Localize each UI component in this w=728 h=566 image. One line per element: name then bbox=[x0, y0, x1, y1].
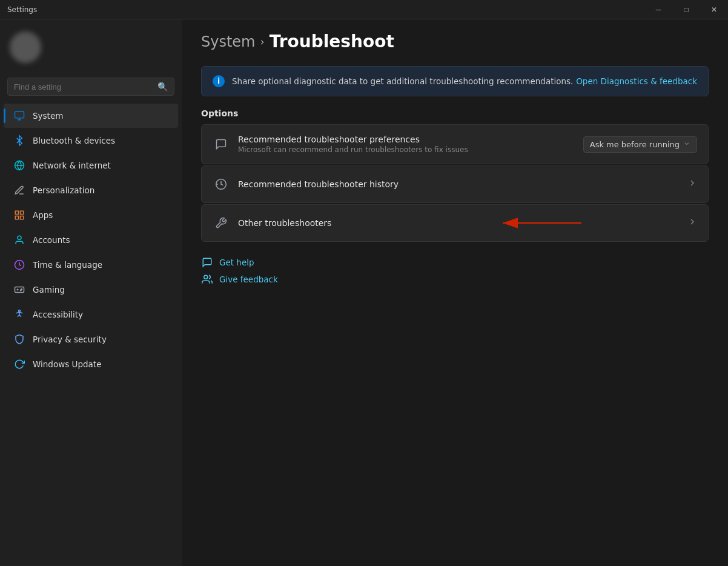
give-feedback-label: Give feedback bbox=[219, 275, 278, 284]
svg-rect-0 bbox=[15, 112, 24, 118]
get-help-icon bbox=[201, 256, 213, 268]
breadcrumb-current: Troubleshoot bbox=[270, 32, 394, 52]
sidebar-item-accounts[interactable]: Accounts bbox=[4, 228, 178, 252]
option-item-other-troubleshooters[interactable]: Other troubleshooters bbox=[201, 204, 709, 242]
option-left: Recommended troubleshooter preferencesMi… bbox=[213, 135, 468, 154]
svg-point-9 bbox=[18, 236, 21, 239]
search-input[interactable] bbox=[14, 82, 157, 92]
titlebar: Settings ─ □ ✕ bbox=[0, 0, 728, 19]
option-text-group: Recommended troubleshooter preferencesMi… bbox=[238, 135, 468, 154]
recommended-prefs-subtitle: Microsoft can recommend and run troubles… bbox=[238, 145, 468, 154]
apps-icon bbox=[13, 209, 25, 221]
svg-point-17 bbox=[204, 275, 208, 279]
bluetooth-icon bbox=[13, 135, 25, 147]
sidebar-label-apps: Apps bbox=[33, 210, 53, 220]
recommended-prefs-dropdown[interactable]: Ask me before running bbox=[583, 136, 697, 153]
avatar bbox=[10, 32, 41, 63]
accessibility-icon bbox=[13, 308, 25, 321]
sidebar-label-network: Network & internet bbox=[33, 161, 111, 170]
personalization-icon bbox=[13, 184, 25, 196]
give-feedback-icon bbox=[201, 273, 213, 285]
app-container: 🔍 SystemBluetooth & devicesNetwork & int… bbox=[0, 19, 728, 566]
titlebar-title: Settings bbox=[7, 5, 37, 14]
option-left: Recommended troubleshooter history bbox=[213, 176, 399, 193]
svg-rect-11 bbox=[15, 287, 24, 293]
sidebar-nav: SystemBluetooth & devicesNetwork & inter… bbox=[0, 101, 182, 566]
sidebar-label-windows_update: Windows Update bbox=[33, 359, 101, 369]
recommended-history-title: Recommended troubleshooter history bbox=[238, 179, 399, 189]
windows_update-icon bbox=[13, 358, 25, 370]
get-help-label: Get help bbox=[219, 258, 254, 267]
sidebar-item-network[interactable]: Network & internet bbox=[4, 153, 178, 178]
time-icon bbox=[13, 259, 25, 271]
sidebar-item-personalization[interactable]: Personalization bbox=[4, 178, 178, 202]
other-troubleshooters-title: Other troubleshooters bbox=[238, 218, 331, 228]
recommended-history-icon bbox=[213, 176, 230, 193]
sidebar-item-windows_update[interactable]: Windows Update bbox=[4, 352, 178, 376]
recommended-prefs-title: Recommended troubleshooter preferences bbox=[238, 135, 468, 144]
sidebar-item-system[interactable]: System bbox=[4, 104, 178, 128]
privacy-icon bbox=[13, 333, 25, 345]
sidebar: 🔍 SystemBluetooth & devicesNetwork & int… bbox=[0, 19, 182, 566]
minimize-button[interactable]: ─ bbox=[644, 0, 672, 19]
network-icon bbox=[13, 159, 25, 171]
chevron-right-icon bbox=[687, 178, 697, 190]
maximize-button[interactable]: □ bbox=[672, 0, 700, 19]
sidebar-item-privacy[interactable]: Privacy & security bbox=[4, 327, 178, 351]
svg-rect-8 bbox=[15, 216, 18, 219]
option-right: Ask me before running bbox=[583, 136, 697, 153]
options-title: Options bbox=[201, 108, 709, 118]
sidebar-item-gaming[interactable]: Gaming bbox=[4, 278, 178, 302]
info-banner-text: Share optional diagnostic data to get ad… bbox=[232, 76, 573, 86]
sidebar-item-accessibility[interactable]: Accessibility bbox=[4, 302, 178, 327]
sidebar-item-time[interactable]: Time & language bbox=[4, 253, 178, 277]
svg-point-14 bbox=[19, 310, 21, 312]
svg-rect-7 bbox=[21, 216, 24, 219]
sidebar-label-gaming: Gaming bbox=[33, 285, 65, 295]
open-diagnostics-link[interactable]: Open Diagnostics & feedback bbox=[576, 76, 697, 86]
recommended-prefs-icon bbox=[213, 136, 230, 153]
main-content: System › Troubleshoot i Share optional d… bbox=[182, 19, 728, 566]
footer-link-get-help[interactable]: Get help bbox=[201, 256, 254, 268]
close-button[interactable]: ✕ bbox=[700, 0, 728, 19]
titlebar-controls: ─ □ ✕ bbox=[644, 0, 728, 19]
search-box[interactable]: 🔍 bbox=[7, 78, 174, 96]
breadcrumb-separator: › bbox=[260, 35, 265, 48]
info-banner: i Share optional diagnostic data to get … bbox=[201, 66, 709, 96]
sidebar-label-accounts: Accounts bbox=[33, 235, 70, 245]
info-icon: i bbox=[213, 75, 225, 87]
footer-link-give-feedback[interactable]: Give feedback bbox=[201, 273, 278, 285]
sidebar-label-time: Time & language bbox=[33, 260, 102, 270]
option-left: Other troubleshooters bbox=[213, 215, 331, 231]
sidebar-label-bluetooth: Bluetooth & devices bbox=[33, 136, 115, 145]
option-item-recommended-history[interactable]: Recommended troubleshooter history bbox=[201, 165, 709, 203]
system-icon bbox=[13, 110, 25, 122]
gaming-icon bbox=[13, 284, 25, 296]
footer-links: Get helpGive feedback bbox=[201, 256, 709, 285]
option-right bbox=[687, 178, 697, 190]
search-container: 🔍 bbox=[0, 75, 182, 101]
recommended-prefs-dropdown-value: Ask me before running bbox=[590, 140, 680, 149]
option-text-group: Other troubleshooters bbox=[238, 218, 331, 228]
option-item-wrapper-recommended-history: Recommended troubleshooter history bbox=[201, 165, 709, 203]
search-icon: 🔍 bbox=[157, 82, 168, 92]
info-banner-left: i Share optional diagnostic data to get … bbox=[213, 75, 573, 87]
sidebar-label-personalization: Personalization bbox=[33, 185, 94, 195]
svg-rect-5 bbox=[15, 211, 18, 214]
svg-point-13 bbox=[21, 290, 22, 291]
option-item-recommended-prefs[interactable]: Recommended troubleshooter preferencesMi… bbox=[201, 124, 709, 164]
breadcrumb: System › Troubleshoot bbox=[201, 32, 709, 52]
sidebar-item-bluetooth[interactable]: Bluetooth & devices bbox=[4, 128, 178, 153]
option-text-group: Recommended troubleshooter history bbox=[238, 179, 399, 189]
option-item-wrapper-other-troubleshooters: Other troubleshooters bbox=[201, 204, 709, 242]
chevron-right-icon bbox=[687, 217, 697, 229]
profile-section bbox=[0, 24, 182, 70]
options-list: Recommended troubleshooter preferencesMi… bbox=[201, 124, 709, 242]
option-right bbox=[687, 217, 697, 229]
breadcrumb-parent[interactable]: System bbox=[201, 33, 256, 50]
sidebar-item-apps[interactable]: Apps bbox=[4, 203, 178, 227]
sidebar-label-accessibility: Accessibility bbox=[33, 310, 83, 319]
accounts-icon bbox=[13, 234, 25, 246]
other-troubleshooters-icon bbox=[213, 215, 230, 231]
chevron-down-icon bbox=[683, 140, 690, 149]
